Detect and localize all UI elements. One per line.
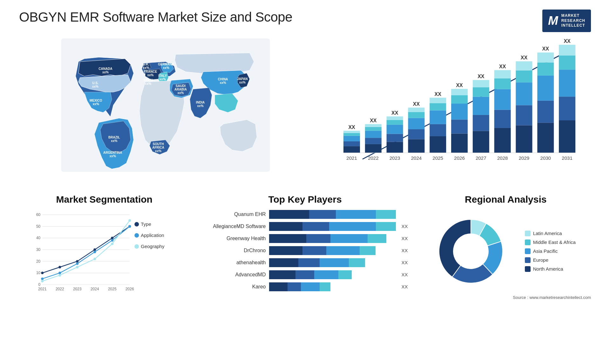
svg-text:Type: Type: [141, 221, 151, 227]
player-bar-segment: [376, 210, 396, 219]
player-bar-segment: [295, 270, 314, 279]
svg-rect-71: [451, 119, 468, 133]
svg-text:GERMANY: GERMANY: [158, 63, 174, 66]
donut-legend-label: Asia Pacific: [533, 248, 558, 254]
svg-text:2021: 2021: [38, 287, 47, 291]
svg-text:2023: 2023: [73, 287, 82, 291]
svg-text:XX: XX: [391, 110, 398, 115]
svg-rect-46: [365, 124, 382, 127]
svg-text:2026: 2026: [125, 287, 134, 291]
svg-rect-56: [408, 139, 424, 153]
svg-point-142: [93, 251, 96, 253]
svg-text:xx%: xx%: [111, 139, 117, 143]
svg-point-133: [41, 272, 44, 274]
player-bar-segment: [360, 246, 376, 255]
svg-text:XX: XX: [434, 91, 441, 97]
svg-text:BRAZIL: BRAZIL: [108, 136, 120, 139]
key-players: Top Key Players Quanum EHRAllegianceMD S…: [202, 194, 408, 300]
player-xx-label: XX: [402, 236, 408, 241]
svg-rect-66: [430, 103, 446, 111]
donut-legend-item: Latin America: [525, 231, 576, 236]
svg-rect-60: [408, 108, 424, 112]
svg-text:50: 50: [36, 224, 41, 228]
svg-rect-94: [516, 71, 532, 82]
svg-text:U.S.: U.S.: [92, 81, 98, 85]
regional-analysis: Regional Analysis Latin AmericaMiddle Ea…: [421, 194, 591, 300]
player-bar-segment: [302, 222, 329, 231]
svg-text:0: 0: [38, 282, 41, 287]
svg-text:XX: XX: [478, 74, 485, 79]
donut-legend-label: Middle East & Africa: [533, 239, 576, 245]
player-bar-container: [269, 234, 396, 243]
svg-text:xx%: xx%: [145, 82, 151, 85]
player-bar-segment: [288, 282, 301, 291]
svg-rect-100: [537, 76, 554, 101]
player-bar-segment: [298, 258, 320, 267]
svg-rect-92: [516, 105, 532, 125]
bar-chart: 2021XX2022XX2023XX2024XX2025XX2026XX2027…: [325, 38, 591, 172]
svg-rect-79: [473, 97, 489, 115]
svg-text:2024: 2024: [411, 155, 422, 161]
player-bar-segment: [269, 270, 296, 279]
seg-title: Market Segmentation: [19, 194, 190, 205]
svg-text:CHINA: CHINA: [218, 78, 228, 81]
player-row: Greenway HealthXX: [202, 234, 408, 243]
svg-rect-98: [537, 123, 554, 153]
seg-chart: 0102030405060202120222023202420252026Typ…: [19, 210, 190, 296]
svg-text:2030: 2030: [540, 155, 551, 161]
svg-text:FRANCE: FRANCE: [144, 70, 157, 73]
regional-title: Regional Analysis: [421, 194, 591, 205]
player-bar-segment: [368, 234, 386, 243]
svg-text:XX: XX: [521, 55, 528, 60]
player-row: AllegianceMD SoftwareXX: [202, 222, 408, 231]
svg-text:U.K.: U.K.: [143, 63, 149, 66]
world-map-svg: CANADA xx% U.S. xx% MEXICO xx% BRAZIL xx…: [19, 38, 312, 172]
svg-text:xx%: xx%: [93, 102, 99, 106]
player-xx-label: XX: [402, 284, 408, 289]
svg-rect-102: [537, 52, 554, 63]
player-row: AdvancedMDXX: [202, 270, 408, 279]
svg-rect-53: [387, 116, 403, 120]
svg-text:2028: 2028: [497, 155, 508, 161]
svg-rect-35: [343, 146, 360, 153]
donut-legend-label: Latin America: [533, 231, 562, 236]
svg-point-145: [41, 280, 44, 282]
player-bar-segment: [326, 246, 360, 255]
svg-rect-107: [559, 70, 575, 97]
source-text: Source : www.marketresearchintellect.com: [421, 295, 591, 300]
map-section: CANADA xx% U.S. xx% MEXICO xx% BRAZIL xx…: [19, 38, 312, 185]
svg-rect-85: [494, 110, 511, 128]
donut-legend-item: Middle East & Africa: [525, 239, 576, 245]
svg-text:20: 20: [36, 259, 41, 263]
svg-rect-86: [494, 89, 511, 110]
header: OBGYN EMR Software Market Size and Scope…: [19, 10, 591, 32]
svg-text:SAUDI: SAUDI: [176, 84, 186, 88]
player-bar-segment: [349, 258, 365, 267]
svg-rect-109: [559, 45, 575, 56]
svg-point-135: [76, 260, 78, 262]
svg-text:xx%: xx%: [102, 70, 109, 74]
svg-point-137: [111, 237, 113, 239]
player-bar-segment: [269, 258, 298, 267]
svg-text:40: 40: [36, 236, 41, 240]
svg-point-149: [111, 242, 113, 245]
svg-rect-80: [473, 87, 489, 97]
market-segmentation: Market Segmentation 01020304050602021202…: [19, 194, 190, 300]
svg-text:ARGENTINA: ARGENTINA: [103, 151, 122, 154]
svg-rect-43: [365, 138, 382, 144]
svg-point-141: [76, 262, 78, 265]
svg-text:xx%: xx%: [177, 91, 184, 95]
player-bar-segment: [301, 282, 320, 291]
svg-text:INDIA: INDIA: [196, 101, 205, 104]
player-name: AllegianceMD Software: [202, 224, 266, 229]
player-bar-segment: [269, 246, 302, 255]
svg-point-139: [41, 277, 44, 280]
player-name: Quanum EHR: [202, 212, 266, 217]
svg-rect-37: [343, 136, 360, 141]
svg-text:2021: 2021: [346, 155, 357, 161]
svg-text:XX: XX: [456, 83, 463, 88]
donut-legend-item: Europe: [525, 257, 576, 263]
logo-text: MARKET RESEARCH INTELLECT: [561, 13, 585, 28]
donut-legend-color: [525, 257, 531, 263]
donut-legend-color: [525, 231, 531, 236]
